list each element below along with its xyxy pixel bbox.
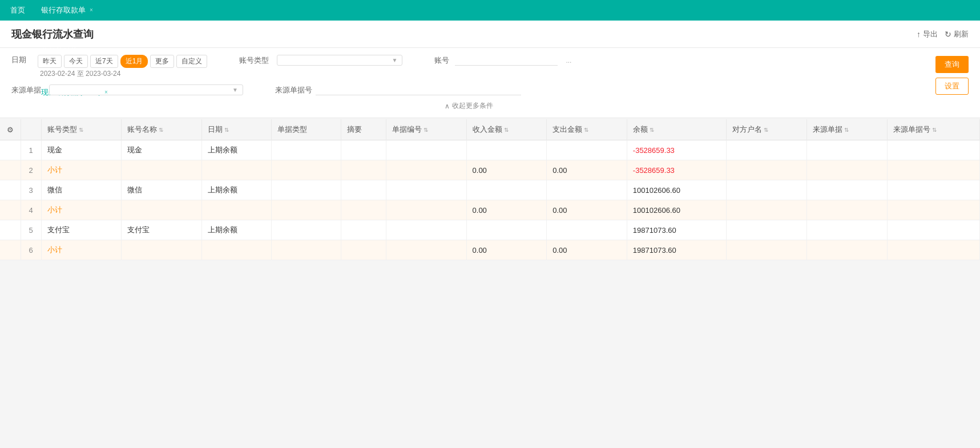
- cell-income: 0.00: [466, 160, 547, 180]
- gear-icon[interactable]: ⚙: [7, 126, 14, 134]
- cell-doc_no: [386, 220, 466, 240]
- cell-idx: 1: [21, 140, 41, 160]
- column-header-expense[interactable]: 支出金额⇅: [547, 119, 627, 140]
- account-input[interactable]: [455, 56, 558, 64]
- account-input-wrapper: [455, 55, 558, 66]
- date-option-button[interactable]: 近7天: [90, 55, 118, 68]
- close-icon[interactable]: ×: [90, 0, 93, 21]
- column-header-balance[interactable]: 余额⇅: [627, 119, 726, 140]
- top-nav: 首页 收款单×付款单×其他收入单×应收应付调整单×银行存取款单×预收冲应收单×收…: [0, 0, 980, 21]
- sort-icon: ⇅: [79, 127, 83, 133]
- cell-balance: -3528659.33: [627, 160, 726, 180]
- table-row: 4小计0.000.00100102606.60: [0, 200, 980, 220]
- date-option-button[interactable]: 自定义: [176, 55, 207, 68]
- cell-doc_type: [272, 160, 341, 180]
- cell-doc_no: [386, 160, 466, 180]
- close-icon[interactable]: ×: [90, 21, 93, 41]
- cell-summary: [341, 160, 386, 180]
- cell-account_name: 支付宝: [122, 220, 202, 240]
- date-option-button[interactable]: 今天: [64, 55, 88, 68]
- cell-account_type: 小计: [41, 240, 122, 260]
- collapse-label: 收起更多条件: [452, 101, 493, 111]
- close-icon[interactable]: ×: [104, 82, 108, 103]
- cell-doc_no: [386, 200, 466, 220]
- filter-area: 日期 昨天今天近7天近1月更多自定义 2023-02-24 至 2023-03-…: [0, 48, 980, 118]
- collapse-icon: ∧: [445, 102, 450, 110]
- account-type-select[interactable]: ▼: [277, 55, 402, 66]
- source-doc-no-input-wrapper: [316, 84, 521, 95]
- refresh-button[interactable]: ↻ 刷新: [945, 29, 969, 39]
- sort-icon: ⇅: [764, 127, 768, 133]
- cell-source_doc_no: [887, 220, 980, 240]
- cell-gear: [0, 160, 21, 180]
- cell-doc_type: [272, 240, 341, 260]
- cell-counterpart: [727, 220, 807, 240]
- source-doc-no-input[interactable]: [316, 86, 521, 94]
- settings-button[interactable]: 设置: [935, 78, 969, 95]
- cell-doc_type: [272, 140, 341, 160]
- cell-expense: [547, 220, 627, 240]
- cell-date: [201, 200, 271, 220]
- page-header: 现金银行流水查询 ↑ 导出 ↻ 刷新: [0, 21, 980, 48]
- source-doc-no-label: 来源单据号: [275, 85, 312, 95]
- column-header-source_doc[interactable]: 来源单据⇅: [806, 119, 887, 140]
- account-type-label: 账号类型: [239, 55, 273, 66]
- header-actions: ↑ 导出 ↻ 刷新: [917, 29, 969, 39]
- cell-gear: [0, 240, 21, 260]
- column-header-doc_no[interactable]: 单据编号⇅: [386, 119, 466, 140]
- cell-source_doc_no: [887, 180, 980, 200]
- table-container: ⚙账号类型⇅账号名称⇅日期⇅单据类型摘要单据编号⇅收入金额⇅支出金额⇅余额⇅对方…: [0, 119, 980, 260]
- account-label: 账号: [434, 55, 451, 66]
- cell-account_name: [122, 160, 202, 180]
- cell-idx: 5: [21, 220, 41, 240]
- nav-home[interactable]: 首页: [2, 0, 33, 21]
- page-title: 现金银行流水查询: [11, 27, 94, 41]
- close-icon[interactable]: ×: [90, 41, 93, 62]
- column-header-idx: [21, 119, 41, 140]
- cell-balance: 100102606.60: [627, 200, 726, 220]
- date-option-button[interactable]: 近1月: [120, 55, 148, 68]
- cell-account_type: 小计: [41, 160, 122, 180]
- cell-counterpart: [727, 180, 807, 200]
- cell-income: [466, 220, 547, 240]
- cell-account_name: [122, 240, 202, 260]
- cell-income: [466, 180, 547, 200]
- column-header-counterpart[interactable]: 对方户名⇅: [727, 119, 807, 140]
- sort-icon: ⇅: [650, 127, 654, 133]
- cell-gear: [0, 220, 21, 240]
- cell-source_doc_no: [887, 240, 980, 260]
- table-row: 1现金现金上期余额-3528659.33: [0, 140, 980, 160]
- table-row: 6小计0.000.0019871073.60: [0, 240, 980, 260]
- date-option-button[interactable]: 昨天: [38, 55, 62, 68]
- column-header-doc_type: 单据类型: [272, 119, 341, 140]
- cell-doc_type: [272, 180, 341, 200]
- close-icon[interactable]: ×: [90, 62, 93, 82]
- nav-tab[interactable]: 银行存取款单×: [33, 0, 116, 21]
- query-button[interactable]: 查询: [935, 56, 969, 73]
- cell-gear: [0, 180, 21, 200]
- column-header-source_doc_no[interactable]: 来源单据号⇅: [887, 119, 980, 140]
- account-dots-button[interactable]: ...: [566, 56, 571, 64]
- cell-account_name: 微信: [122, 180, 202, 200]
- cell-date: 上期余额: [201, 140, 271, 160]
- cell-gear: [0, 200, 21, 220]
- filter-side-buttons: 查询 设置: [935, 55, 969, 95]
- cell-account_type: 现金: [41, 140, 122, 160]
- sort-icon: ⇅: [932, 127, 937, 133]
- collapse-bar[interactable]: ∧ 收起更多条件: [11, 101, 926, 111]
- export-button[interactable]: ↑ 导出: [917, 29, 938, 39]
- date-range: 2023-02-24 至 2023-03-24: [40, 69, 207, 79]
- column-header-date[interactable]: 日期⇅: [201, 119, 271, 140]
- column-header-account_type[interactable]: 账号类型⇅: [41, 119, 122, 140]
- cell-source_doc: [806, 240, 887, 260]
- date-option-button[interactable]: 更多: [150, 55, 174, 68]
- source-doc-select[interactable]: ▼: [49, 84, 243, 95]
- column-header-income[interactable]: 收入金额⇅: [466, 119, 547, 140]
- cell-expense: 0.00: [547, 240, 627, 260]
- cell-account_name: [122, 200, 202, 220]
- column-header-account_name[interactable]: 账号名称⇅: [122, 119, 202, 140]
- sort-icon: ⇅: [159, 127, 163, 133]
- table-row: 2小计0.000.00-3528659.33: [0, 160, 980, 180]
- cell-summary: [341, 140, 386, 160]
- cell-source_doc_no: [887, 140, 980, 160]
